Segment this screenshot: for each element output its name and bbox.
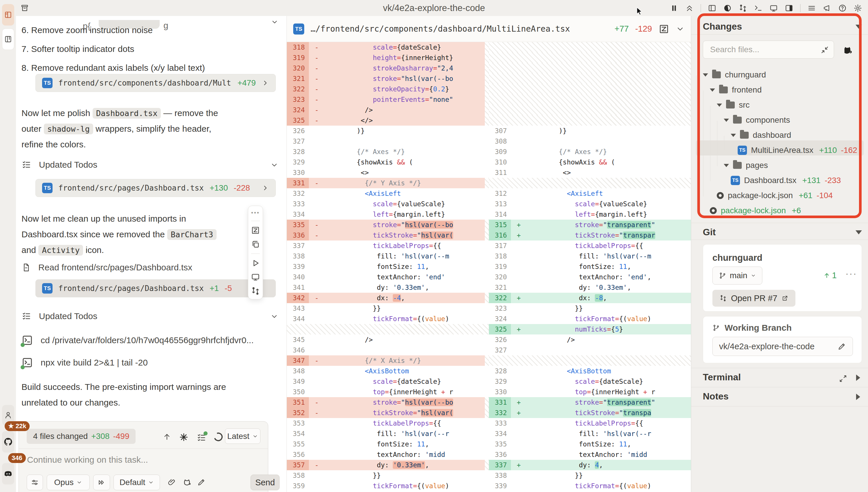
terminal-command-row[interactable]: cd /private/var/folders/10/h7w0q46556ggr… bbox=[22, 335, 254, 346]
diff-line-old-336[interactable]: 336- tickStroke="hsl(var( bbox=[287, 230, 489, 241]
diff-filler-row[interactable] bbox=[489, 73, 691, 84]
branch-dropdown[interactable]: main bbox=[712, 267, 762, 285]
diff-filler-row[interactable] bbox=[489, 52, 691, 63]
diff-line-old-351[interactable]: 351- stroke="hsl(var(--bo bbox=[287, 397, 489, 408]
diff-line-new-333[interactable]: 333 tickLabelProps={{ bbox=[489, 418, 691, 428]
spark-icon[interactable] bbox=[179, 433, 188, 442]
diff-line-new-336[interactable]: 336 textAnchor: 'midd bbox=[489, 449, 691, 460]
diff-line-new-326[interactable]: 326 /> bbox=[489, 335, 691, 345]
diff-filler-row[interactable] bbox=[489, 42, 691, 52]
diff-line-new-307[interactable]: 307 )} bbox=[489, 126, 691, 136]
megaphone-icon[interactable] bbox=[823, 4, 831, 13]
diff-line-new-334[interactable]: 334 fill: 'hsl(var(--r bbox=[489, 428, 691, 439]
tree-item-pages[interactable]: pages bbox=[724, 158, 768, 173]
diff-line-new-325[interactable]: 325+ numTicks={5} bbox=[489, 324, 691, 335]
diff-filler-row[interactable] bbox=[489, 178, 691, 188]
caret-down-icon[interactable] bbox=[731, 134, 736, 137]
working-branch-input[interactable]: vk/4e2a-explore-the-code bbox=[712, 337, 853, 356]
diff-line-old-328[interactable]: 328 {/* Axes */} bbox=[287, 147, 489, 157]
diff-filler-row[interactable] bbox=[489, 63, 691, 73]
chevron-down-icon[interactable] bbox=[270, 161, 278, 169]
git-section-title[interactable]: Git bbox=[703, 227, 715, 238]
diff-line-old-329[interactable]: 329 {showAxis && ( bbox=[287, 157, 489, 167]
tree-item-churnguard[interactable]: churnguard bbox=[703, 67, 766, 82]
tree-item-frontend[interactable]: frontend bbox=[710, 82, 762, 97]
pen-icon[interactable] bbox=[197, 478, 206, 487]
search-input[interactable] bbox=[710, 41, 809, 58]
diff-line-old-339[interactable]: 339 fontSize: 11, bbox=[287, 262, 489, 272]
diff-filler-row[interactable] bbox=[489, 115, 691, 126]
send-button[interactable]: Send bbox=[251, 474, 280, 490]
chevron-down-icon[interactable] bbox=[271, 18, 278, 26]
message-input[interactable]: Continue working on this task... bbox=[27, 455, 148, 465]
diff-line-old-326[interactable]: 326 )} bbox=[287, 126, 489, 136]
file-change-card[interactable]: TS frontend/src/components/dashboard/Mul… bbox=[36, 74, 276, 92]
diff-line-old-354[interactable]: 354 fill: 'hsl(var(--r bbox=[287, 428, 489, 439]
expand-icon[interactable] bbox=[839, 374, 847, 383]
diff-line-old-358[interactable]: 358 }} bbox=[287, 470, 489, 481]
diff-line-old-342[interactable]: 342- dx: -4, bbox=[287, 293, 489, 303]
stamp-icon[interactable] bbox=[658, 24, 670, 34]
diff-line-new-327[interactable]: 327 bbox=[489, 345, 691, 355]
scroll-up-icon[interactable] bbox=[163, 433, 171, 441]
diff-line-old-345[interactable]: 345 /> bbox=[287, 335, 489, 345]
diff-line-new-320[interactable]: 320 textAnchor: 'end', bbox=[489, 272, 691, 282]
diff-line-old-322[interactable]: 322- strokeOpacity={0.2} bbox=[287, 84, 489, 94]
tree-item-package-lock-json[interactable]: package-lock.json+6 bbox=[710, 203, 801, 218]
changes-section-title[interactable]: Changes bbox=[703, 21, 742, 32]
settings-sliders-button[interactable] bbox=[27, 474, 43, 490]
diff-line-old-340[interactable]: 340 textAnchor: 'end' bbox=[287, 272, 489, 282]
diff-line-old-323[interactable]: 323- pointerEvents="none" bbox=[287, 94, 489, 105]
tree-item-dashboard-tsx[interactable]: TSDashboard.tsx+131-233 bbox=[731, 173, 841, 188]
caret-down-icon[interactable] bbox=[710, 89, 715, 92]
discord-button[interactable] bbox=[2, 463, 14, 485]
diff-line-new-315[interactable]: 315+ stroke="transparent" bbox=[489, 220, 691, 230]
play-icon[interactable] bbox=[251, 259, 260, 268]
updated-todos-row[interactable]: Updated Todos bbox=[22, 160, 97, 170]
diff-line-old-344[interactable]: 344 tickFormat={(value) bbox=[287, 314, 489, 324]
tree-item-multilinearea-tsx[interactable]: TSMultiLineArea.tsx+110-162 bbox=[738, 143, 857, 158]
diff-line-new-338[interactable]: 338 }} bbox=[489, 470, 691, 481]
chevron-down-icon[interactable] bbox=[270, 313, 278, 321]
git-compare-icon[interactable] bbox=[251, 286, 260, 296]
diff-line-old-349[interactable]: 349 scale={dateScale} bbox=[287, 376, 489, 387]
diff-line-old-356[interactable]: 356 textAnchor: 'midd bbox=[287, 449, 489, 460]
diff-line-old-324[interactable]: 324- /> bbox=[287, 105, 489, 115]
chat-bubble-icon[interactable] bbox=[723, 4, 732, 13]
diff-line-new-309[interactable]: 309 {/* Axes */} bbox=[489, 147, 691, 157]
layout-view-button[interactable] bbox=[2, 4, 14, 26]
diff-line-old-352[interactable]: 352- tickStroke="hsl(var( bbox=[287, 408, 489, 418]
diff-line-new-331[interactable]: 331+ stroke="transparent" bbox=[489, 397, 691, 408]
diff-line-old-348[interactable]: 348 <AxisBottom bbox=[287, 366, 489, 376]
menu-icon[interactable] bbox=[807, 4, 816, 13]
read-file-row[interactable]: Read frontend/src/pages/Dashboard.tsx bbox=[22, 263, 192, 272]
diff-filler-row[interactable] bbox=[287, 324, 489, 335]
diff-line-old-330[interactable]: 330 <> bbox=[287, 167, 489, 178]
diff-line-new-323[interactable]: 323 }} bbox=[489, 303, 691, 314]
more-options-icon[interactable]: ··· bbox=[845, 268, 857, 279]
caret-down-icon[interactable] bbox=[724, 164, 729, 167]
terminal-section-title[interactable]: Terminal bbox=[703, 372, 741, 383]
diff-line-new-332[interactable]: 332+ tickStroke="transpa bbox=[489, 408, 691, 418]
diff-line-old-347[interactable]: 347- {/* X Axis */} bbox=[287, 355, 489, 366]
collapse-section-icon[interactable] bbox=[855, 25, 862, 29]
pause-icon[interactable] bbox=[670, 4, 678, 13]
panel-right-icon[interactable] bbox=[785, 4, 793, 13]
monitor-icon[interactable] bbox=[769, 4, 778, 13]
diff-line-old-338[interactable]: 338 fill: 'hsl(var(--m bbox=[287, 251, 489, 262]
files-changed-chip[interactable]: 4 files changed +308 -499 bbox=[27, 429, 136, 444]
diff-line-old-332[interactable]: 332 <AxisLeft bbox=[287, 188, 489, 199]
diff-line-old-343[interactable]: 343 }} bbox=[287, 303, 489, 314]
tree-item-dashboard[interactable]: dashboard bbox=[731, 128, 791, 143]
settings-gear-icon[interactable] bbox=[853, 4, 862, 13]
diff-line-old-357[interactable]: 357- dy: '0.33em', bbox=[287, 460, 489, 470]
diff-line-old-327[interactable]: 327 bbox=[287, 136, 489, 147]
collapse-tree-icon[interactable] bbox=[820, 46, 829, 54]
diff-line-old-320[interactable]: 320- strokeDasharray="2,4 bbox=[287, 63, 489, 73]
diff-line-new-324[interactable]: 324 tickFormat={(value) bbox=[489, 314, 691, 324]
diff-line-old-321[interactable]: 321- stroke="hsl(var(--bo bbox=[287, 73, 489, 84]
diff-line-old-331[interactable]: 331- {/* Y Axis */} bbox=[287, 178, 489, 188]
github-button[interactable] bbox=[2, 431, 14, 452]
latest-dropdown[interactable]: Latest bbox=[225, 428, 260, 444]
terminal-icon[interactable] bbox=[754, 4, 763, 13]
